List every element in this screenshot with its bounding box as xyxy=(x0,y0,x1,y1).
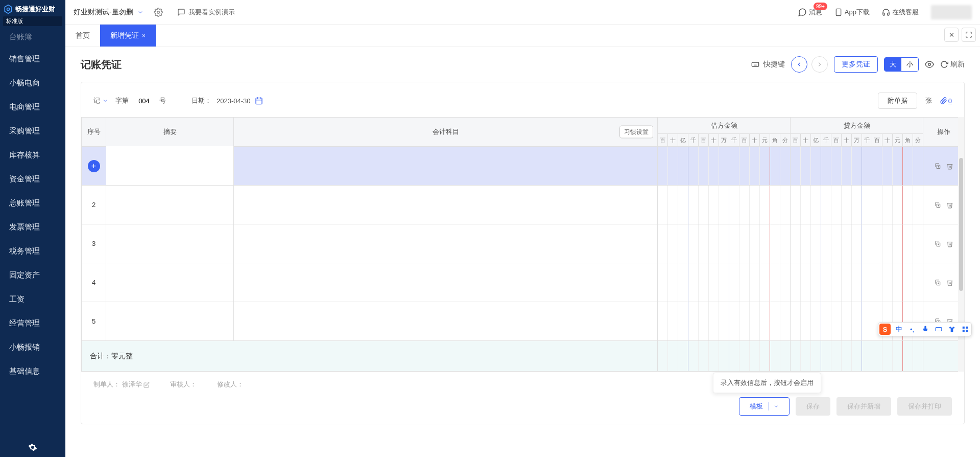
nav-operation[interactable]: 经营管理 xyxy=(0,311,65,335)
voucher-number-input[interactable] xyxy=(134,97,154,105)
calendar-icon[interactable] xyxy=(255,97,263,105)
svg-point-1 xyxy=(157,11,159,13)
nav-expense[interactable]: 小畅报销 xyxy=(0,335,65,359)
ime-toolbar[interactable]: S 中 •, xyxy=(878,322,972,336)
support-button[interactable]: 在线客服 xyxy=(882,8,919,17)
nav-salary[interactable]: 工资 xyxy=(0,287,65,311)
subject-cell[interactable] xyxy=(234,302,658,341)
habit-settings-button[interactable]: 习惯设置 xyxy=(619,126,653,139)
nav-inventory[interactable]: 库存核算 xyxy=(0,143,65,167)
ime-voice[interactable] xyxy=(920,324,930,334)
shortcut-button[interactable]: 快捷键 xyxy=(750,60,785,69)
messages-button[interactable]: 消息 99+ xyxy=(798,8,822,17)
fullscreen-icon xyxy=(965,31,972,38)
ime-punct[interactable]: •, xyxy=(907,324,917,334)
credit-cell[interactable] xyxy=(791,224,923,263)
nav-purchase[interactable]: 采购管理 xyxy=(0,119,65,143)
nav-assets[interactable]: 固定资产 xyxy=(0,263,65,287)
save-print-button: 保存并打印 xyxy=(897,397,952,416)
delete-row-button[interactable] xyxy=(946,201,953,209)
svg-rect-33 xyxy=(963,330,965,332)
more-voucher-button[interactable]: 更多凭证 xyxy=(834,56,878,73)
subject-cell[interactable] xyxy=(234,263,658,302)
copy-row-button[interactable] xyxy=(934,201,941,209)
settings-button[interactable] xyxy=(154,8,163,17)
tab-home[interactable]: 首页 xyxy=(65,25,100,47)
paperclip-icon xyxy=(940,97,947,104)
arrow-left-icon xyxy=(796,61,803,68)
edit-icon[interactable] xyxy=(144,382,150,388)
ime-lang[interactable]: 中 xyxy=(894,324,904,334)
subject-cell[interactable] xyxy=(234,147,658,186)
copy-row-button[interactable] xyxy=(934,240,941,248)
debit-cell[interactable] xyxy=(658,302,791,341)
prev-voucher-button[interactable] xyxy=(791,56,807,73)
ime-tool[interactable] xyxy=(960,324,970,334)
credit-cell[interactable] xyxy=(791,263,923,302)
ime-skin[interactable] xyxy=(947,324,957,334)
eye-icon xyxy=(925,60,934,69)
debit-cell[interactable] xyxy=(658,224,791,263)
svg-rect-32 xyxy=(966,327,968,329)
subject-cell[interactable] xyxy=(234,224,658,263)
add-row-button[interactable]: + xyxy=(88,160,100,172)
fullscreen-button[interactable] xyxy=(962,28,976,42)
user-avatar[interactable] xyxy=(931,5,972,19)
save-button: 保存 xyxy=(796,397,830,416)
voucher-type-select[interactable]: 记 xyxy=(93,96,110,105)
refresh-icon xyxy=(940,60,948,68)
copy-row-button[interactable] xyxy=(934,279,941,287)
credit-cell[interactable] xyxy=(791,186,923,224)
gear-icon xyxy=(154,8,163,17)
app-download-button[interactable]: App下载 xyxy=(834,8,870,17)
brand-icon xyxy=(3,4,13,14)
nav-tax[interactable]: 税务管理 xyxy=(0,239,65,263)
delete-row-button[interactable] xyxy=(946,240,953,248)
size-small[interactable]: 小 xyxy=(901,58,918,71)
nav-invoice[interactable]: 发票管理 xyxy=(0,215,65,239)
debit-cell[interactable] xyxy=(658,186,791,224)
th-summary: 摘要 xyxy=(106,118,234,147)
nav-basic[interactable]: 基础信息 xyxy=(0,359,65,383)
footer-info: 制单人： 徐泽华 审核人： 修改人： xyxy=(81,372,964,397)
size-toggle[interactable]: 大 小 xyxy=(884,57,919,72)
next-voucher-button[interactable] xyxy=(811,56,828,73)
close-icon[interactable]: × xyxy=(142,32,146,39)
total-label: 合计：零元整 xyxy=(82,341,658,372)
debit-cell[interactable] xyxy=(658,147,791,186)
nav-partial[interactable]: 台账簿 xyxy=(0,29,65,47)
delete-row-button[interactable] xyxy=(946,279,953,287)
svg-rect-2 xyxy=(836,9,841,15)
nav-funds[interactable]: 资金管理 xyxy=(0,167,65,191)
demo-link[interactable]: 我要看实例演示 xyxy=(177,8,235,17)
attach-button[interactable]: 附单据 xyxy=(878,93,917,109)
delete-row-button[interactable] xyxy=(946,162,953,170)
tab-new-voucher[interactable]: 新增凭证 × xyxy=(100,25,156,47)
brand-name: 畅捷通好业财 xyxy=(15,5,55,14)
svg-rect-30 xyxy=(936,328,942,331)
notification-badge: 99+ xyxy=(814,3,827,10)
view-button[interactable] xyxy=(925,60,934,69)
nav-ecommerce[interactable]: 电商管理 xyxy=(0,95,65,119)
attachment-link[interactable]: 0 xyxy=(940,97,952,105)
nav-sales[interactable]: 销售管理 xyxy=(0,47,65,71)
message-icon xyxy=(798,8,807,17)
copy-row-button[interactable] xyxy=(934,162,941,170)
nav-xiaochang-ec[interactable]: 小畅电商 xyxy=(0,71,65,95)
summary-input[interactable] xyxy=(106,146,233,185)
svg-point-0 xyxy=(7,8,10,11)
sidebar-settings-button[interactable] xyxy=(0,438,65,457)
size-big[interactable]: 大 xyxy=(885,58,901,71)
close-all-button[interactable]: ✕ xyxy=(944,28,959,42)
date-value[interactable]: 2023-04-30 xyxy=(217,97,251,105)
template-button[interactable]: 模板 xyxy=(739,397,790,416)
subject-cell[interactable] xyxy=(234,186,658,224)
workspace-dropdown[interactable]: 好业财测试-量勿删 xyxy=(74,8,144,17)
nav-ledger[interactable]: 总账管理 xyxy=(0,191,65,215)
table-row: 3 xyxy=(82,224,964,263)
ime-keyboard[interactable] xyxy=(934,324,944,334)
chevron-down-icon xyxy=(774,404,779,409)
debit-cell[interactable] xyxy=(658,263,791,302)
credit-cell[interactable] xyxy=(791,147,923,186)
refresh-button[interactable]: 刷新 xyxy=(940,60,965,69)
